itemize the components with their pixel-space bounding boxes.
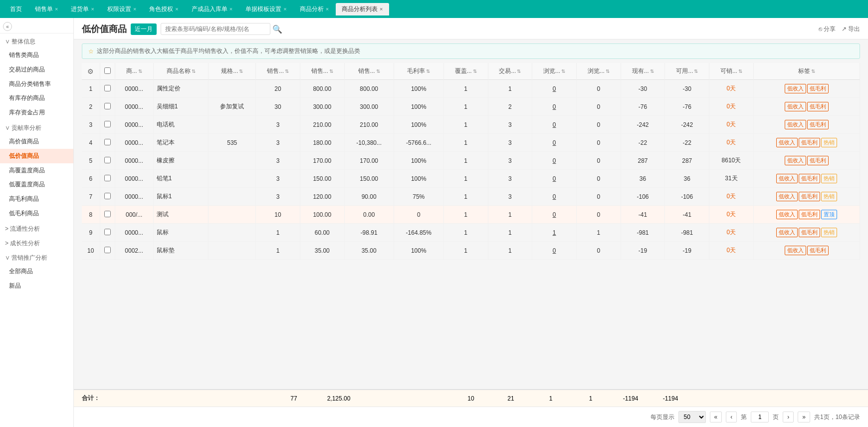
cell-checkbox[interactable] [100,242,115,260]
col-trade[interactable]: 交易...⇅ [488,63,532,80]
col-coverage[interactable]: 覆盖...⇅ [443,63,488,80]
sidebar-item-new-products[interactable]: 新品 [0,279,73,293]
sidebar-item-category-sales[interactable]: 商品分类销售率 [0,77,73,91]
cell-checkbox[interactable] [100,224,115,242]
search-input[interactable] [161,23,270,35]
nav-close-icon[interactable]: × [133,6,136,12]
cell-checkbox[interactable] [100,116,115,134]
browse-link[interactable]: 0 [553,139,556,146]
nav-template-settings[interactable]: 单据模板设置 × [239,3,292,15]
row-checkbox[interactable] [104,247,111,253]
row-checkbox[interactable] [104,193,111,199]
export-button[interactable]: ↗ 导出 [842,25,860,33]
nav-close-icon[interactable]: × [229,6,232,12]
nav-role-auth[interactable]: 角色授权 × [143,3,184,15]
col-sellable[interactable]: 可销...⇅ [709,63,754,80]
col-sales-qty[interactable]: 销售...⇅ [256,63,300,80]
cell-checkbox[interactable] [100,98,115,116]
last-page-button[interactable]: » [798,412,810,423]
sidebar-item-high-coverage[interactable]: 高覆盖度商品 [0,163,73,178]
col-browse2[interactable]: 浏览...⇅ [576,63,621,80]
col-sales-cost[interactable]: 销售...⇅ [344,63,394,80]
sidebar-item-all-products[interactable]: 全部商品 [0,264,73,279]
nav-purchase-order[interactable]: 进货单 × [65,3,100,15]
sidebar-collapse-button[interactable]: « [3,22,12,31]
tip-icon: ☆ [88,48,94,55]
cell-browse1: 0 [532,188,577,206]
sidebar-item-low-margin[interactable]: 低毛利商品 [0,206,73,221]
browse-link[interactable]: 0 [553,121,556,128]
sidebar-group-growth[interactable]: > 成长性分析 [0,235,73,250]
share-button[interactable]: ⎋ 分享 [819,25,836,33]
row-checkbox[interactable] [104,121,111,127]
sidebar-item-high-value[interactable]: 高价值商品 [0,134,73,149]
next-page-button[interactable]: › [783,412,794,423]
sidebar-item-stock-value[interactable]: 库存资金占用 [0,105,73,120]
col-name[interactable]: 商品名称⇅ [153,63,208,80]
select-all-checkbox[interactable] [104,67,111,74]
row-checkbox[interactable] [104,157,111,163]
nav-close-icon[interactable]: × [175,6,178,12]
col-code[interactable]: 商...⇅ [115,63,153,80]
cell-checkbox[interactable] [100,188,115,206]
cell-coverage: 1 [443,242,488,260]
cell-tags: 低收入低毛利 [753,242,860,260]
cell-checkbox[interactable] [100,206,115,224]
page-number-input[interactable] [751,412,769,423]
nav-permission-settings[interactable]: 权限设置 × [101,3,142,15]
nav-close-icon[interactable]: × [91,6,94,12]
browse-link[interactable]: 0 [553,103,556,110]
col-gross-margin[interactable]: 毛利率⇅ [394,63,443,80]
row-checkbox[interactable] [104,229,111,235]
row-checkbox[interactable] [104,85,111,91]
cell-checkbox[interactable] [100,134,115,152]
browse-link[interactable]: 0 [553,193,556,200]
sidebar-item-low-coverage[interactable]: 低覆盖度商品 [0,177,73,192]
col-current-stock[interactable]: 现有...⇅ [621,63,665,80]
cell-checkbox[interactable] [100,170,115,188]
sidebar-item-traded-products[interactable]: 交易过的商品 [0,62,73,77]
sidebar-item-low-value[interactable]: 低价值商品 [0,149,73,163]
row-checkbox[interactable] [104,103,111,109]
row-checkbox[interactable] [104,139,111,145]
cell-checkbox[interactable] [100,80,115,98]
browse-link[interactable]: 0 [553,85,556,92]
cell-no: 1 [82,80,100,98]
browse-link[interactable]: 0 [553,211,556,218]
cell-name: 鼠标1 [153,188,208,206]
per-page-select[interactable]: 50 100 [678,411,706,423]
cell-browse2: 0 [576,242,621,260]
cell-checkbox[interactable] [100,152,115,170]
nav-product-analysis[interactable]: 商品分析 × [294,3,335,15]
nav-product-warehouse[interactable]: 产成品入库单 × [186,3,238,15]
nav-close-icon[interactable]: × [55,6,58,12]
prev-page-button[interactable]: ‹ [726,412,737,423]
first-page-button[interactable]: « [710,412,722,423]
row-checkbox[interactable] [104,211,111,217]
col-label[interactable]: 标签⇅ [753,63,860,80]
sidebar-group-circulation[interactable]: > 流通性分析 [0,221,73,235]
sidebar-item-sales-products[interactable]: 销售类商品 [0,48,73,62]
nav-close-icon[interactable]: × [380,6,383,12]
nav-product-analysis-list[interactable]: 商品分析列表 × [336,3,389,15]
settings-icon[interactable]: ⚙ [87,67,94,75]
col-sales-price[interactable]: 销售...⇅ [300,63,344,80]
nav-sales-order[interactable]: 销售单 × [29,3,64,15]
browse-link[interactable]: 1 [553,229,556,236]
nav-close-icon[interactable]: × [283,6,286,12]
sidebar-item-high-margin[interactable]: 高毛利商品 [0,192,73,206]
col-settings[interactable]: ⚙ [82,63,100,80]
browse-link[interactable]: 0 [553,175,556,182]
nav-close-icon[interactable]: × [326,6,329,12]
col-spec[interactable]: 规格...⇅ [209,63,256,80]
browse-link[interactable]: 0 [553,247,556,254]
browse-link[interactable]: 0 [553,157,556,164]
cell-trade: 1 [488,242,532,260]
time-filter-button[interactable]: 近一月 [131,23,157,35]
search-icon[interactable]: 🔍 [272,24,282,34]
sidebar-item-stock-products[interactable]: 有库存的商品 [0,91,73,105]
col-browse1[interactable]: 浏览...⇅ [532,63,577,80]
col-available[interactable]: 可用...⇅ [665,63,709,80]
row-checkbox[interactable] [104,175,111,181]
nav-home[interactable]: 首页 [4,3,28,15]
